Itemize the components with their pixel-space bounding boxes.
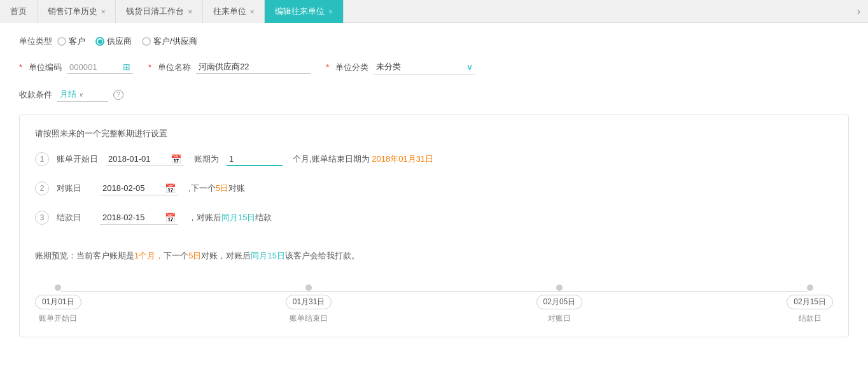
unit-name-item: * 单位名称 [148,61,311,74]
step-3-label: 结款日 [57,212,92,223]
step-1-date-wrapper: 📅 [106,153,184,166]
timeline-node-2: 02月05日 对账日 [536,285,583,324]
timeline-dot-3 [807,285,813,291]
tab-edit-unit-close[interactable]: × [328,8,332,15]
radio-customer-supplier-circle [142,37,151,46]
unit-category-dropdown[interactable]: 未分类 ∨ [374,60,475,74]
unit-category-arrow: ∨ [466,62,473,72]
unit-type-radio-group: 客户 供应商 客户/供应商 [57,36,197,47]
unit-category-value: 未分类 [376,61,466,73]
tab-cash-work[interactable]: 钱货日清工作台 × [116,0,202,23]
unit-name-input[interactable] [196,61,311,74]
step-2-desc: ,下一个5日对账 [188,183,245,194]
step-1-period-input-wrapper [227,153,283,166]
unit-category-label: 单位分类 [335,62,368,73]
unit-code-item: * 单位编码 ⊞ [19,60,133,74]
tab-sales-history-label: 销售订单历史 [48,6,97,17]
unit-type-item: 单位类型 客户 供应商 客户/供应商 [19,36,197,47]
preview-prefix: 账期预览：当前客户账期是 [35,251,134,260]
timeline-label-3: 结款日 [799,313,822,324]
code-name-category-row: * 单位编码 ⊞ * 单位名称 * 单位分类 未分类 ∨ [19,60,849,74]
step-1-period-end: 2018年01月31日 [372,154,433,164]
step-3-num: 3 [35,211,49,225]
payment-condition-value: 月结 [60,88,76,100]
step-3-date-input[interactable] [102,213,160,222]
unit-name-star: * [148,62,151,72]
step-1-cal-icon[interactable]: 📅 [171,154,181,164]
main-content: 单位类型 客户 供应商 客户/供应商 * 单位编码 [0,23,868,387]
timeline-node-3: 02月15日 结款日 [787,285,833,324]
payment-condition-item: 收款条件 月结 ∨ ? [19,87,123,102]
tab-sales-history[interactable]: 销售订单历史 × [38,0,116,23]
tab-home-label: 首页 [10,6,27,17]
unit-code-label: 单位编码 [29,62,62,73]
radio-customer-label: 客户 [69,36,85,47]
tab-units-label: 往来单位 [213,6,246,17]
unit-type-label: 单位类型 [19,36,52,47]
payment-condition-help[interactable]: ? [113,90,123,100]
unit-code-input[interactable] [69,62,120,72]
tab-bar: 首页 销售订单历史 × 钱货日清工作台 × 往来单位 × 编辑往来单位 × › [0,0,868,23]
radio-customer-supplier[interactable]: 客户/供应商 [142,36,197,47]
step-1-date-input[interactable] [108,154,165,164]
tab-home[interactable]: 首页 [0,0,38,23]
preview-suffix: 该客户会给我打款。 [285,251,360,260]
payment-condition-label: 收款条件 [19,89,52,101]
timeline-node-0: 01月01日 账单开始日 [35,285,81,324]
tab-edit-unit-label: 编辑往来单位 [275,6,325,17]
timeline-date-1: 01月31日 [286,295,332,309]
settings-card: 请按照未来的一个完整帐期进行设置 1 账单开始日 📅 账期为 个月,账单结束日期… [19,115,849,337]
tab-edit-unit[interactable]: 编辑往来单位 × [265,0,343,23]
payment-condition-row: 收款条件 月结 ∨ ? [19,87,849,102]
timeline-dot-1 [305,285,312,291]
payment-condition-select[interactable]: 月结 ∨ [57,87,108,102]
preview-section: 账期预览：当前客户账期是1个月，下一个5日对账，对账后同月15日该客户会给我打款… [35,240,833,324]
tab-units-close[interactable]: × [250,8,254,15]
timeline-node-1: 01月31日 账单结束日 [286,285,332,324]
radio-customer-circle [57,37,66,46]
radio-supplier[interactable]: 供应商 [95,36,132,47]
timeline-nodes: 01月01日 账单开始日 01月31日 账单结束日 02月05日 对账日 [35,285,833,324]
tab-cash-work-close[interactable]: × [188,8,192,15]
tab-sales-history-close[interactable]: × [101,8,105,15]
step-1-label: 账单开始日 [57,153,98,165]
unit-code-copy-icon[interactable]: ⊞ [123,62,130,72]
radio-supplier-circle [95,37,104,46]
radio-supplier-label: 供应商 [107,36,132,47]
timeline-label-1: 账单结束日 [290,313,328,324]
radio-customer[interactable]: 客户 [57,36,85,47]
step-2-label: 对账日 [57,183,92,194]
step-2-date-input[interactable] [102,183,160,193]
preview-part2-suffix: 对账，对账后 [201,251,251,260]
timeline-dot-0 [55,285,61,291]
step-3-highlight: 同月15日 [221,213,255,222]
preview-text: 账期预览：当前客户账期是1个月，下一个5日对账，对账后同月15日该客户会给我打款… [35,250,833,262]
timeline-label-2: 对账日 [548,313,571,324]
step-2-date-wrapper: 📅 [100,182,178,195]
unit-code-star: * [19,62,22,72]
unit-type-row: 单位类型 客户 供应商 客户/供应商 [19,36,849,47]
step-2-cal-icon[interactable]: 📅 [165,183,176,194]
step-3-cal-icon[interactable]: 📅 [165,213,176,223]
unit-category-star: * [326,62,329,72]
tab-units[interactable]: 往来单位 × [203,0,265,23]
timeline-date-2: 02月05日 [536,295,583,309]
timeline-label-0: 账单开始日 [39,313,77,324]
preview-part1: 1个月， [134,251,164,260]
step-3-date-wrapper: 📅 [100,211,178,225]
step-1-row: 1 账单开始日 📅 账期为 个月,账单结束日期为 2018年01月31日 [35,152,833,166]
radio-customer-supplier-label: 客户/供应商 [153,36,197,47]
step-1-period-unit: 个月,账单结束日期为 2018年01月31日 [293,153,433,165]
step-1-period-input[interactable] [229,154,280,164]
step-3-desc: ，对账后同月15日结款 [188,212,272,223]
card-title: 请按照未来的一个完整帐期进行设置 [35,128,833,139]
step-2-num: 2 [35,181,49,195]
tab-more-button[interactable]: › [850,6,868,17]
step-1-period-label: 账期为 [194,153,219,165]
preview-part2-highlight: 5日 [188,251,201,260]
step-1-num: 1 [35,152,49,166]
preview-part2-prefix: 下一个 [164,251,188,260]
timeline-dot-2 [556,285,563,291]
unit-code-input-wrapper: ⊞ [67,60,133,74]
payment-condition-chevron: ∨ [79,91,83,98]
